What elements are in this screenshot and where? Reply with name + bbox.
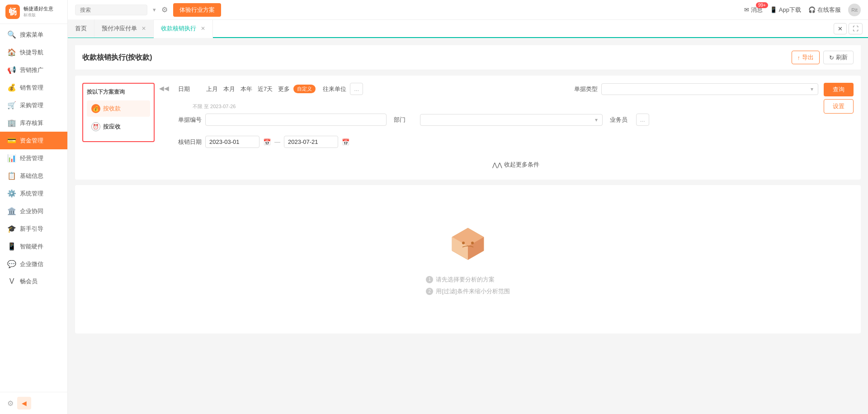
sidebar-bottom: ⚙ ◀ — [0, 392, 67, 414]
topbar-right: ✉ 消息 99+ 📱 App下载 🎧 在线客服 Rit — [744, 4, 861, 16]
date-last-7days[interactable]: 近7天 — [256, 84, 274, 94]
dept-label: 部门 — [394, 116, 416, 124]
doc-num-input[interactable] — [205, 114, 387, 126]
dept-select[interactable]: ▾ — [420, 114, 602, 126]
verify-date-group: 核销日期 📅 — 📅 — [178, 136, 349, 148]
svg-point-5 — [471, 242, 474, 244]
date-custom[interactable]: 自定义 — [293, 85, 316, 93]
close-tab-button[interactable]: ✕ — [834, 23, 847, 34]
sidebar-item-label: 企业协同 — [20, 207, 43, 215]
topbar-gear-icon[interactable]: ⚙ — [161, 5, 168, 14]
staff-selector[interactable]: ... — [636, 114, 649, 126]
refresh-button[interactable]: ↻ 刷新 — [823, 51, 854, 64]
export-button[interactable]: ↑ 导出 — [792, 51, 820, 64]
doc-num-group: 单据编号 — [178, 114, 387, 126]
page-title: 收款核销执行(按收款) — [82, 53, 152, 62]
quick-nav-icon: 🏠 — [7, 48, 16, 57]
date-this-year[interactable]: 本年 — [239, 84, 254, 94]
app-logo-icon: 畅 — [5, 5, 20, 19]
industry-solution-button[interactable]: 体验行业方案 — [173, 3, 221, 17]
form-actions: 查询 设置 — [824, 83, 854, 114]
app-download-button[interactable]: 📱 App下载 — [770, 6, 801, 14]
sidebar-item-marketing[interactable]: 📢营销推广 — [0, 61, 67, 79]
tabbar-actions: ✕ ⛶ — [834, 23, 868, 34]
sidebar-item-label: 快捷导航 — [20, 48, 43, 57]
sidebar-item-label: 资金管理 — [20, 137, 43, 145]
topbar-left: ▾ ⚙ 体验行业方案 — [75, 3, 221, 17]
tab-label-prepay-offset: 预付冲应付单 — [102, 24, 137, 33]
sidebar-item-label: 系统管理 — [20, 190, 43, 198]
message-badge: 99+ — [756, 2, 768, 8]
collapse-more-button[interactable]: ⋀⋀ 收起更多条件 — [178, 161, 854, 169]
date-this-month[interactable]: 本月 — [222, 84, 237, 94]
sidebar-item-label: 营销推广 — [20, 66, 43, 74]
sidebar-item-smart-hw[interactable]: 📱智能硬件 — [0, 238, 67, 255]
query-button[interactable]: 查询 — [824, 83, 854, 96]
date-group: 日期 上月 本月 本年 近7天 更多 自定义 — [178, 84, 316, 94]
tab-receipt-offset[interactable]: 收款核销执行✕ — [154, 20, 213, 38]
sidebar-item-inventory[interactable]: 🏢库存核算 — [0, 114, 67, 132]
counterpart-label: 往来单位 — [323, 85, 346, 93]
chevron-down-icon: ▾ — [811, 86, 813, 92]
online-service-button[interactable]: 🎧 在线客服 — [808, 6, 841, 14]
search-input[interactable] — [75, 5, 147, 15]
sidebar-item-wechat[interactable]: 💬企业微信 — [0, 255, 67, 273]
calendar-end-icon[interactable]: 📅 — [342, 138, 349, 146]
empty-tips: 1 请先选择要分析的方案 2 用[过滤]条件来缩小分析范围 — [426, 274, 509, 297]
expand-tab-button[interactable]: ⛶ — [849, 23, 863, 34]
topbar-dropdown-arrow[interactable]: ▾ — [153, 6, 156, 13]
empty-illustration — [445, 221, 491, 266]
counterpart-selector[interactable]: ... — [350, 83, 363, 95]
basic-info-icon: 📋 — [7, 171, 16, 180]
filter-by-receipt[interactable]: 💰 按收款 — [87, 100, 150, 117]
staff-label: 业务员 — [610, 116, 632, 124]
message-button[interactable]: ✉ 消息 99+ — [744, 6, 763, 14]
collapse-left-icon[interactable]: ◀◀ — [157, 83, 171, 94]
sidebar-item-label: 新手引导 — [20, 225, 43, 233]
setting-button[interactable]: 设置 — [824, 99, 854, 114]
tab-prepay-offset[interactable]: 预付冲应付单✕ — [94, 19, 154, 38]
sidebar-nav: 🔍搜索菜单🏠快捷导航📢营销推广💰销售管理🛒采购管理🏢库存核算💳资金管理📊经营管理… — [0, 24, 67, 392]
sidebar-item-quick-nav[interactable]: 🏠快捷导航 — [0, 43, 67, 61]
user-profile-button[interactable]: Rit — [848, 4, 861, 16]
sidebar-logo: 畅 畅捷通好生意 标准版 — [0, 0, 67, 24]
page-header: 收款核销执行(按收款) ↑ 导出 ↻ 刷新 — [75, 45, 861, 70]
wechat-icon: 💬 — [7, 260, 16, 268]
close-tab-prepay-offset-icon[interactable]: ✕ — [142, 25, 146, 32]
counterpart-group: 往来单位 ... — [323, 83, 567, 95]
business-icon: 📊 — [7, 154, 16, 162]
svg-point-4 — [462, 242, 465, 244]
date-more[interactable]: 更多 — [276, 84, 292, 94]
tab-home[interactable]: 首页 — [68, 19, 94, 38]
sidebar-item-finance[interactable]: 💳资金管理 — [0, 132, 67, 149]
verify-date-label: 核销日期 — [178, 138, 202, 146]
sidebar-item-system[interactable]: ⚙️系统管理 — [0, 185, 67, 202]
verify-date-end-input[interactable] — [284, 136, 338, 148]
sidebar-item-purchase[interactable]: 🛒采购管理 — [0, 96, 67, 114]
collapse-sidebar-button[interactable]: ◀ — [17, 397, 31, 409]
sidebar-item-member[interactable]: V畅会员 — [0, 273, 67, 290]
date-last-month[interactable]: 上月 — [204, 84, 220, 94]
filter-receipt-label: 按收款 — [103, 105, 121, 113]
sidebar-item-search-menu[interactable]: 🔍搜索菜单 — [0, 26, 67, 43]
smart-hw-icon: 📱 — [7, 242, 16, 251]
refresh-icon: ↻ — [829, 54, 834, 61]
inventory-icon: 🏢 — [7, 119, 16, 127]
sidebar-item-sales[interactable]: 💰销售管理 — [0, 79, 67, 96]
verify-date-start-input[interactable] — [205, 136, 259, 148]
receivable-icon: ⏰ — [91, 122, 100, 131]
main-area: ▾ ⚙ 体验行业方案 ✉ 消息 99+ 📱 App下载 🎧 在线客服 Rit — [68, 0, 868, 414]
sidebar: 畅 畅捷通好生意 标准版 🔍搜索菜单🏠快捷导航📢营销推广💰销售管理🛒采购管理🏢库… — [0, 0, 68, 414]
sidebar-item-business[interactable]: 📊经营管理 — [0, 149, 67, 167]
sidebar-item-basic-info[interactable]: 📋基础信息 — [0, 167, 67, 185]
doc-type-select[interactable]: ▾ — [601, 83, 818, 95]
settings-icon[interactable]: ⚙ — [7, 399, 14, 408]
close-tab-receipt-offset-icon[interactable]: ✕ — [201, 25, 205, 32]
sidebar-item-label: 经营管理 — [20, 154, 43, 162]
sidebar-item-guide[interactable]: 🎓新手引导 — [0, 220, 67, 238]
sidebar-item-label: 销售管理 — [20, 84, 43, 92]
sidebar-item-enterprise[interactable]: 🏛️企业协同 — [0, 202, 67, 220]
receipt-icon: 💰 — [91, 104, 100, 113]
calendar-start-icon[interactable]: 📅 — [263, 138, 271, 146]
filter-by-receivable[interactable]: ⏰ 按应收 — [87, 119, 150, 135]
